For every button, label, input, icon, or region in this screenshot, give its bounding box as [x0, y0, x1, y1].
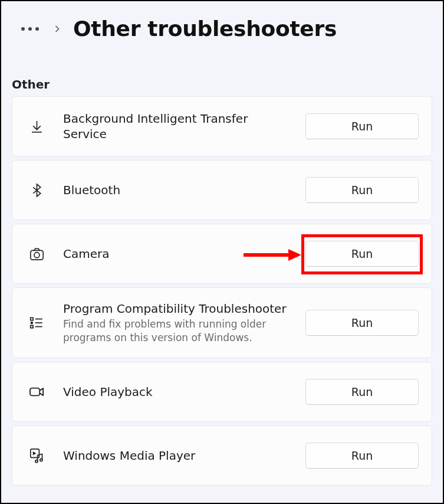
svg-marker-3	[288, 249, 301, 261]
list-item: Video Playback Run	[12, 362, 432, 422]
item-title: Windows Media Player	[63, 448, 288, 463]
section-label: Other	[1, 48, 443, 96]
chevron-right-icon	[53, 25, 61, 33]
media-icon	[28, 447, 45, 464]
list-item: Camera Run	[12, 224, 432, 284]
run-button[interactable]: Run	[305, 113, 419, 139]
run-button[interactable]: Run	[305, 379, 419, 405]
item-title: Video Playback	[63, 384, 288, 400]
list-item: Background Intelligent Transfer Service …	[12, 96, 432, 156]
camera-icon	[28, 245, 45, 263]
item-title: Camera	[63, 246, 288, 261]
item-title: Background Intelligent Transfer Service	[63, 111, 288, 142]
page-title: Other troubleshooters	[73, 17, 337, 41]
run-button[interactable]: Run	[305, 177, 419, 203]
list-item: Program Compatibility Troubleshooter Fin…	[12, 287, 432, 358]
troubleshooter-list: Background Intelligent Transfer Service …	[1, 96, 443, 486]
item-title: Program Compatibility Troubleshooter	[63, 301, 288, 316]
run-button[interactable]: Run	[305, 310, 419, 336]
list-icon	[28, 314, 45, 332]
svg-point-1	[34, 252, 40, 257]
settings-window: Other troubleshooters Other Background I…	[0, 0, 444, 504]
item-description: Find and fix problems with running older…	[63, 318, 288, 345]
svg-point-12	[35, 460, 37, 463]
bluetooth-icon	[28, 181, 45, 199]
run-button[interactable]: Run	[305, 241, 419, 267]
list-item: Bluetooth Run	[12, 160, 432, 220]
breadcrumb-more-icon[interactable]	[19, 25, 41, 33]
svg-rect-5	[31, 325, 33, 328]
svg-rect-0	[30, 250, 42, 260]
svg-rect-4	[31, 318, 33, 320]
svg-rect-10	[30, 388, 40, 395]
download-icon	[28, 117, 45, 135]
breadcrumb: Other troubleshooters	[1, 1, 443, 48]
list-item: Windows Media Player Run	[12, 426, 432, 486]
video-icon	[28, 383, 45, 401]
svg-point-6	[31, 322, 32, 324]
run-button[interactable]: Run	[305, 443, 419, 469]
item-title: Bluetooth	[63, 182, 288, 198]
svg-point-13	[40, 459, 42, 462]
